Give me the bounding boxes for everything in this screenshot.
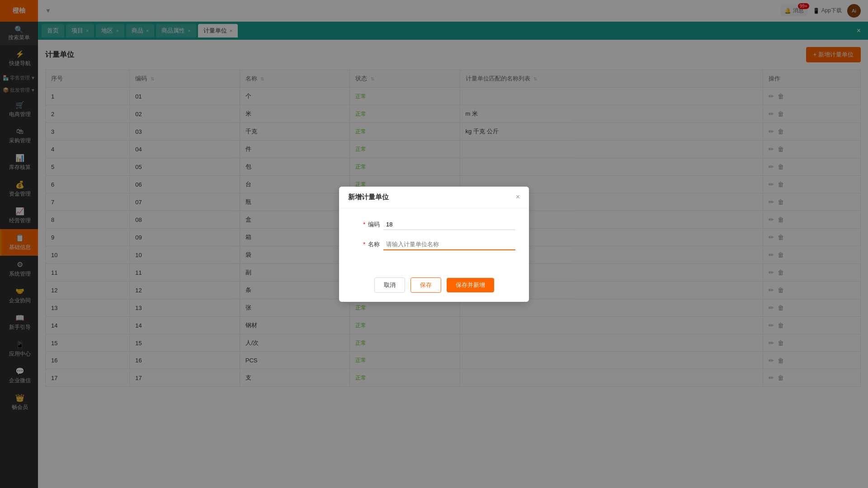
modal-title: 新增计量单位 [348, 193, 389, 202]
modal-footer: 取消 保存 保存并新增 [339, 270, 529, 302]
save-and-add-button[interactable]: 保存并新增 [447, 278, 494, 292]
modal-overlay[interactable]: 新增计量单位 × * 编码 * 名称 取消 保存 保存并新增 [0, 0, 868, 488]
add-unit-modal: 新增计量单位 × * 编码 * 名称 取消 保存 保存并新增 [339, 187, 529, 302]
required-mark-code: * [363, 221, 365, 228]
cancel-button[interactable]: 取消 [374, 277, 405, 293]
required-mark-name: * [363, 241, 365, 248]
form-row-name: * 名称 [353, 239, 515, 250]
modal-header: 新增计量单位 × [339, 187, 529, 208]
name-input[interactable] [383, 239, 515, 250]
modal-body: * 编码 * 名称 [339, 208, 529, 270]
form-row-code: * 编码 [353, 219, 515, 230]
code-input[interactable] [383, 219, 515, 230]
name-label: * 名称 [353, 240, 380, 249]
modal-close-button[interactable]: × [516, 193, 520, 201]
code-label: * 编码 [353, 221, 380, 229]
save-button[interactable]: 保存 [410, 277, 441, 293]
